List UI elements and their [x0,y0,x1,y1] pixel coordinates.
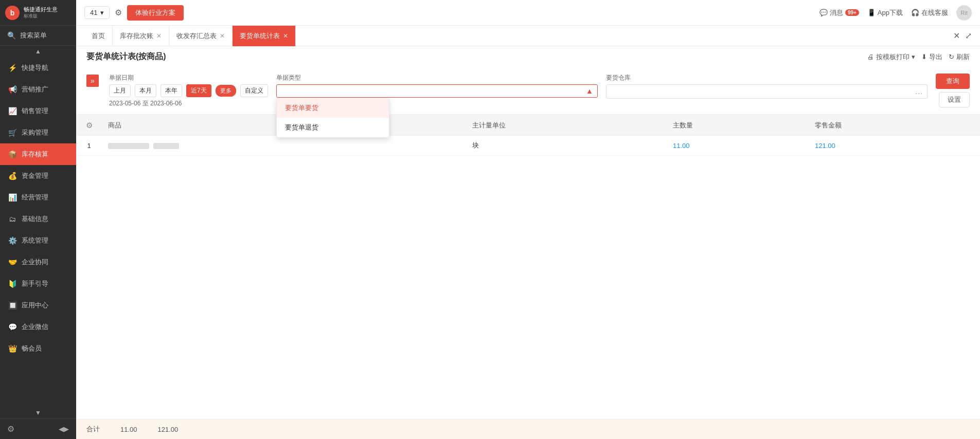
date-btn-custom[interactable]: 自定义 [240,84,268,97]
topbar-left: 41 ▾ ⚙ 体验行业方案 [84,5,184,21]
print-icon: 🖨 [867,53,874,61]
tab-close-receipt-summary[interactable]: ✕ [220,33,225,39]
warehouse-more-icon[interactable]: … [915,87,923,96]
tab-close-order-summary[interactable]: ✕ [283,33,288,39]
main-area: 41 ▾ ⚙ 体验行业方案 💬 消息 99+ 📱 App下载 🎧 在线客服 [76,0,980,439]
sidebar-item-label: 基础信息 [22,214,48,224]
sidebar-footer: ⚙ ◀▶ [0,418,76,439]
tab-home-label: 首页 [92,31,105,41]
print-template-btn[interactable]: 🖨 按模板打印 ▾ [867,52,915,62]
app-download-item[interactable]: 📱 App下载 [867,8,903,17]
date-filter-label: 单据日期 [109,74,268,82]
table-row: 1 块 11.00 121.00 [76,136,980,156]
logo-sub: 标准版 [24,13,58,20]
sidebar: b 畅捷通好生意 标准版 🔍 搜索菜单 ▲ ⚡ 快捷导航 📢 营销推广 📈 销售… [0,0,76,439]
sidebar-scroll-down[interactable]: ▼ [0,407,76,418]
export-btn[interactable]: ⬇ 导出 [921,52,942,62]
messages-item[interactable]: 💬 消息 99+ [819,8,859,17]
enterprise-icon: 🤝 [7,257,17,267]
date-btn-last-month[interactable]: 上月 [109,84,131,97]
row-quantity: 11.00 [667,136,809,156]
content: 要货单统计表(按商品) 🖨 按模板打印 ▾ ⬇ 导出 ↻ 刷新 » [76,46,980,439]
tab-receipt-summary-label: 收发存汇总表 [176,31,217,41]
sidebar-item-purchase[interactable]: 🛒 采购管理 [0,122,76,143]
member-icon: 👑 [7,343,17,354]
sidebar-item-label: 快捷导航 [22,63,48,72]
filter-expand-btn[interactable]: » [86,75,99,87]
dropdown-item-order-goods[interactable]: 要货单要货 [277,98,389,118]
sidebar-item-app-center[interactable]: 🔲 应用中心 [0,295,76,316]
company-selector-value: 41 [90,9,97,16]
sidebar-search[interactable]: 🔍 搜索菜单 [0,26,76,46]
sidebar-item-quick-nav[interactable]: ⚡ 快捷导航 [0,57,76,79]
tab-home[interactable]: 首页 [84,26,113,46]
company-selector[interactable]: 41 ▾ [84,6,110,19]
sidebar-item-label: 系统管理 [22,236,48,245]
footer-label: 合计 [86,425,100,434]
tab-close-batch-inventory[interactable]: ✕ [156,33,162,39]
online-service-item[interactable]: 🎧 在线客服 [911,8,948,17]
topbar-gear-icon[interactable]: ⚙ [115,8,122,17]
date-btn-more[interactable]: 更多 [216,85,236,97]
table-body: 1 块 11.00 121.00 [76,136,980,156]
sidebar-item-sales[interactable]: 📈 销售管理 [0,100,76,122]
sidebar-item-inventory[interactable]: 📦 库存核算 [0,143,76,165]
sidebar-item-member[interactable]: 👑 畅会员 [0,338,76,359]
date-btn-7days[interactable]: 近7天 [186,84,211,97]
sidebar-item-basic[interactable]: 🗂 基础信息 [0,208,76,230]
col-settings: ⚙ [76,116,102,136]
settings-icon[interactable]: ⚙ [7,424,14,434]
system-icon: ⚙️ [7,235,17,246]
date-btn-this-year[interactable]: 本年 [161,84,182,97]
filter-area-row: 单据日期 上月 本月 本年 近7天 更多 自定义 2023-05-06 至 20… [109,74,970,108]
warehouse-input-container[interactable]: … [606,84,928,99]
filter-settings-btn[interactable]: 设置 [939,92,970,107]
sidebar-item-label: 资金管理 [22,171,48,180]
row-index: 1 [76,136,102,156]
refresh-btn[interactable]: ↻ 刷新 [949,52,970,62]
query-btn[interactable]: 查询 [936,74,970,89]
wechat-icon: 💬 [7,322,17,332]
filter-actions: 查询 设置 [936,74,970,107]
sidebar-item-enterprise[interactable]: 🤝 企业协同 [0,251,76,273]
sidebar-item-label: 应用中心 [22,301,48,310]
warehouse-input[interactable] [611,88,915,96]
sidebar-scroll-up[interactable]: ▲ [0,46,76,57]
tab-order-summary-label: 要货单统计表 [240,31,280,41]
type-input[interactable] [281,87,586,95]
topbar: 41 ▾ ⚙ 体验行业方案 💬 消息 99+ 📱 App下载 🎧 在线客服 [76,0,980,26]
sidebar-item-operation[interactable]: 📊 经营管理 [0,187,76,208]
tabs-close-all-icon[interactable]: ✕ [953,31,960,41]
tab-batch-inventory[interactable]: 库存批次账 ✕ [113,26,169,46]
collapse-icon[interactable]: ◀▶ [59,425,69,433]
sidebar-item-finance[interactable]: 💰 资金管理 [0,165,76,187]
dropdown-item-order-return[interactable]: 要货单退货 [277,118,389,137]
tab-order-summary[interactable]: 要货单统计表 ✕ [233,26,296,46]
sidebar-logo: b 畅捷通好生意 标准版 [0,0,76,26]
sidebar-nav: ⚡ 快捷导航 📢 营销推广 📈 销售管理 🛒 采购管理 📦 库存核算 💰 资金管… [0,57,76,407]
table-settings-icon[interactable]: ⚙ [82,121,96,130]
type-chevron-icon[interactable]: ▲ [586,87,593,95]
user-avatar-item[interactable]: Rit [956,5,972,21]
sidebar-item-system[interactable]: ⚙️ 系统管理 [0,230,76,251]
refresh-icon: ↻ [949,53,954,61]
print-chevron-icon: ▾ [912,53,915,61]
messages-icon: 💬 [819,9,828,16]
trial-btn[interactable]: 体验行业方案 [127,5,184,21]
type-filter-group: 单据类型 ▲ 要货单要货 要货单退货 [276,74,598,98]
tab-receipt-summary[interactable]: 收发存汇总表 ✕ [169,26,233,46]
sidebar-item-marketing[interactable]: 📢 营销推广 [0,79,76,100]
online-service-label: 在线客服 [921,8,948,17]
table-wrap: ⚙ 商品 主计量单位 主数量 零售金额 1 [76,116,980,419]
sidebar-item-wechat[interactable]: 💬 企业微信 [0,316,76,338]
page-title: 要货单统计表(按商品) [86,51,166,62]
sidebar-item-label: 新手引导 [22,279,48,288]
date-btn-this-month[interactable]: 本月 [135,84,156,97]
sidebar-item-guide[interactable]: 🔰 新手引导 [0,273,76,295]
tabs-expand-icon[interactable]: ⤢ [965,31,972,41]
guide-icon: 🔰 [7,279,17,289]
type-input-container[interactable]: ▲ [276,84,598,98]
sidebar-item-label: 企业协同 [22,258,48,267]
export-icon: ⬇ [921,53,927,61]
warehouse-filter-label: 要货仓库 [606,74,928,82]
